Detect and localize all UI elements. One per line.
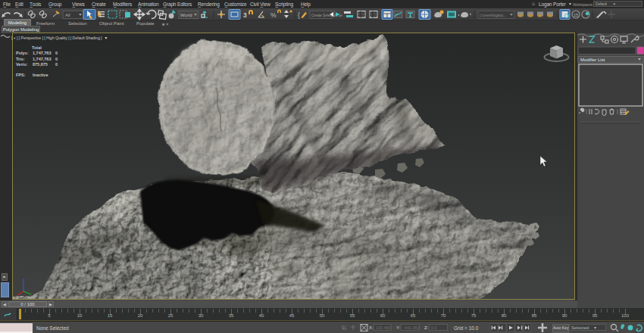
- svg-text:%: %: [270, 11, 277, 19]
- svg-text:c:\users\loganp...: c:\users\loganp...: [480, 14, 506, 17]
- svg-text:All: All: [65, 13, 70, 17]
- svg-text:World: World: [180, 13, 192, 17]
- svg-text:3: 3: [243, 11, 247, 19]
- svg-text:Modifier List: Modifier List: [580, 58, 605, 62]
- svg-text:{: {: [298, 11, 300, 19]
- svg-text:15: 15: [574, 13, 578, 17]
